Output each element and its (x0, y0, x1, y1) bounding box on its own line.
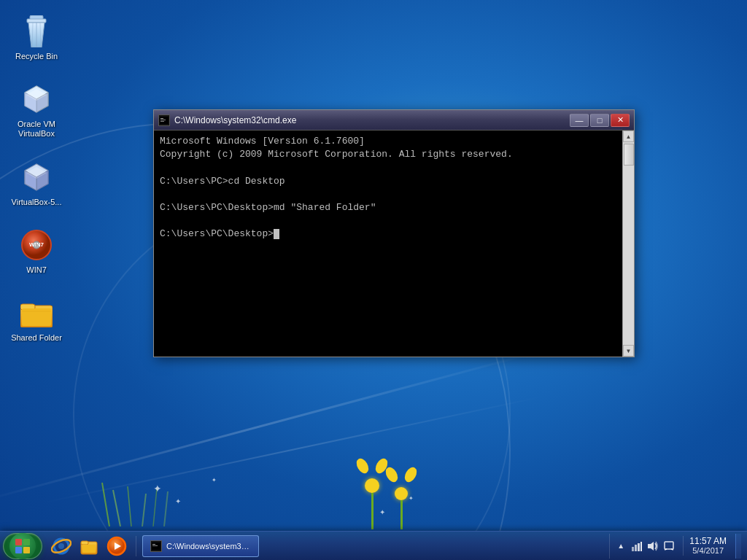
svg-rect-42 (81, 541, 88, 545)
svg-rect-36 (15, 547, 22, 553)
taskbar-ie-icon[interactable] (48, 534, 74, 559)
volume-icon-svg (647, 541, 659, 551)
oracle-vm-label: Oracle VM VirtualBox (10, 120, 63, 139)
cmd-line-8: C:\Users\PC\Desktop> (160, 228, 616, 241)
taskbar-tasks-area: C:\Windows\system32... (139, 535, 603, 557)
svg-marker-54 (648, 542, 654, 551)
cmd-window: C:\Windows\system32\cmd.exe — □ ✕ Micros… (153, 109, 635, 357)
cmd-content[interactable]: Microsoft Windows [Version 6.1.7600] Cop… (154, 131, 622, 357)
taskbar-cmd-icon-svg (152, 542, 160, 550)
recycle-bin-icon[interactable]: Recycle Bin (7, 11, 66, 64)
win7-svg: WIN7 (20, 229, 53, 261)
svg-rect-51 (635, 545, 637, 551)
bg-swirl-line-1 (0, 351, 538, 505)
taskbar-cmd-task-icon (150, 540, 162, 552)
taskbar-pinned-area (45, 534, 133, 559)
start-button[interactable] (3, 533, 42, 559)
svg-text:WIN7: WIN7 (29, 241, 44, 248)
explorer-icon-svg (79, 536, 99, 556)
taskbar-cmd-task[interactable]: C:\Windows\system32... (142, 535, 259, 557)
taskbar-separator-1 (136, 536, 136, 556)
svg-rect-49 (152, 545, 158, 546)
cmd-body: Microsoft Windows [Version 6.1.7600] Cop… (154, 131, 634, 357)
cmd-line-4: C:\Users\PC>cd Desktop (160, 175, 616, 188)
cmd-minimize-button[interactable]: — (570, 114, 589, 127)
virtualbox5-icon[interactable]: VirtualBox-5... (7, 157, 66, 210)
cmd-line-5 (160, 188, 616, 201)
svg-line-5 (164, 491, 168, 526)
svg-point-40 (58, 543, 64, 549)
scrollbar-track[interactable] (623, 142, 634, 345)
tray-expand-icon[interactable]: ▲ (614, 540, 627, 553)
scrollbar-down-button[interactable]: ▼ (623, 345, 634, 357)
svg-rect-52 (638, 543, 640, 551)
virtualbox5-svg (20, 161, 53, 193)
clock-area[interactable]: 11:57 AM 5/4/2017 (683, 536, 732, 556)
shared-folder-svg (20, 298, 53, 327)
cmd-scrollbar[interactable]: ▲ ▼ (622, 131, 634, 357)
taskbar: C:\Windows\system32... ▲ (0, 531, 747, 560)
svg-line-57 (671, 549, 673, 550)
taskbar-media-icon[interactable] (104, 534, 130, 559)
virtualbox5-image (19, 160, 54, 195)
recycle-bin-svg (22, 15, 51, 47)
tray-network-icon[interactable] (630, 540, 643, 553)
virtualbox5-label: VirtualBox-5... (12, 198, 62, 207)
win7-icon[interactable]: WIN7 WIN7 (7, 225, 66, 278)
desktop: ✦ ✦ ✦ ✦ ✦ (0, 0, 747, 560)
svg-line-2 (128, 486, 131, 526)
cmd-line-7 (160, 214, 616, 228)
grass-decor-area (95, 468, 241, 529)
svg-rect-31 (160, 118, 163, 119)
windows-logo (15, 538, 31, 554)
svg-rect-48 (152, 544, 155, 545)
flower-decoration-1 (357, 455, 387, 529)
cmd-title-icon (158, 114, 170, 126)
shared-folder-image (19, 295, 54, 330)
tray-volume-icon[interactable] (646, 540, 659, 553)
svg-rect-34 (15, 539, 22, 545)
taskbar-explorer-icon[interactable] (76, 534, 102, 559)
svg-line-3 (142, 494, 146, 526)
recycle-bin-label: Recycle Bin (15, 52, 58, 61)
grass-svg (95, 468, 241, 526)
svg-line-4 (153, 489, 157, 526)
cmd-icon-svg (160, 117, 169, 124)
action-center-icon-svg (664, 541, 674, 551)
shared-folder-label: Shared Folder (11, 333, 62, 343)
start-orb (9, 533, 36, 559)
clock-date: 5/4/2017 (692, 546, 724, 556)
cmd-titlebar[interactable]: C:\Windows\system32\cmd.exe — □ ✕ (154, 110, 634, 131)
svg-rect-37 (23, 547, 30, 553)
win7-label: WIN7 (26, 265, 47, 275)
system-tray: ▲ (609, 534, 680, 559)
shared-folder-icon[interactable]: Shared Folder (7, 292, 66, 346)
cmd-line-1: Microsoft Windows [Version 6.1.7600] (160, 135, 616, 148)
svg-line-56 (665, 549, 667, 550)
svg-rect-50 (632, 547, 634, 551)
svg-rect-32 (160, 120, 166, 120)
oracle-vm-image (19, 82, 54, 117)
svg-rect-35 (23, 539, 30, 545)
cmd-close-button[interactable]: ✕ (611, 114, 630, 127)
svg-rect-28 (22, 308, 51, 326)
recycle-bin-image (19, 14, 54, 49)
oracle-vm-svg (20, 83, 53, 115)
show-desktop-button[interactable] (735, 534, 741, 559)
cmd-window-buttons: — □ ✕ (570, 114, 630, 127)
tray-action-center-icon[interactable] (662, 540, 676, 553)
clock-time: 11:57 AM (689, 536, 727, 546)
scrollbar-up-button[interactable]: ▲ (623, 131, 634, 142)
taskbar-right-area: ▲ (603, 534, 747, 559)
svg-rect-53 (640, 542, 642, 551)
cmd-line-6: C:\Users\PC\Desktop>md "Shared Folder" (160, 201, 616, 214)
oracle-vm-icon[interactable]: Oracle VM VirtualBox (7, 79, 66, 141)
desktop-icons-area: Recycle Bin Oracle VM VirtualBox (0, 7, 73, 349)
taskbar-cmd-task-label: C:\Windows\system32... (166, 542, 251, 551)
cmd-cursor (274, 229, 279, 239)
network-icon-svg (631, 541, 643, 551)
svg-rect-33 (160, 121, 164, 122)
cmd-line-2: Copyright (c) 2009 Microsoft Corporation… (160, 148, 616, 161)
scrollbar-thumb[interactable] (624, 144, 634, 166)
cmd-maximize-button[interactable]: □ (590, 114, 609, 127)
